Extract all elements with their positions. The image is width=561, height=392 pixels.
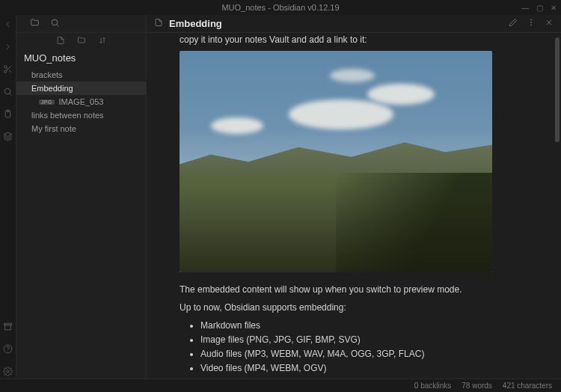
status-backlinks[interactable]: 0 backlinks [414,382,451,390]
new-folder-icon[interactable] [77,36,86,47]
scrollbar-track[interactable] [555,37,560,374]
file-icon [154,18,163,29]
tree-item-label: brackets [31,70,63,79]
clipboard-icon[interactable] [3,109,13,121]
titlebar: MUO_notes - Obsidian v0.12.19 — ▢ ✕ [0,0,561,15]
sidebar-tabs [16,15,146,33]
svg-point-5 [4,88,10,94]
file-tree: bracketsEmbeddingJPGIMAGE_053links betwe… [16,68,146,135]
tree-item-links-between-notes[interactable]: links between notes [16,108,146,122]
supported-list: Markdown filesImage files (PNG, JPG, GIF… [200,319,539,379]
layers-icon[interactable] [3,132,13,144]
sidebar-actions [16,33,146,49]
editor-pane: Embedding copy it into your notes Vault … [147,15,561,379]
svg-line-16 [57,25,58,26]
supported-item: Audio files (MP3, WEBM, WAV, M4A, OGG, 3… [200,347,539,361]
search-tab-icon[interactable] [50,18,60,30]
tree-item-label: links between notes [31,111,104,120]
chevron-left-icon[interactable] [3,19,13,31]
svg-line-3 [9,70,11,73]
window-minimize[interactable]: — [521,4,529,12]
after-image-line-2: Up to now, Obsidian supports embedding: [180,301,539,314]
sort-icon[interactable] [98,36,107,47]
tab-close-icon[interactable] [545,18,554,29]
search-global-icon[interactable] [3,87,13,99]
folder-tab-icon[interactable] [30,18,40,30]
left-ribbon [0,15,16,379]
tree-item-brackets[interactable]: brackets [16,68,146,82]
after-image-line-1: The embedded content will show up when y… [180,283,539,296]
edit-pencil-icon[interactable] [509,18,518,29]
more-vertical-icon[interactable] [527,18,536,29]
tree-item-my-first-note[interactable]: My first note [16,122,146,135]
note-body[interactable]: copy it into your notes Vault and add a … [147,33,561,379]
supported-item: Image files (PNG, JPG, GIF, BMP, SVG) [200,333,539,346]
vault-name: MUO_notes [16,49,146,68]
svg-point-0 [4,66,7,68]
file-sidebar: MUO_notes bracketsEmbeddingJPGIMAGE_053l… [16,15,147,379]
file-badge: JPG [39,99,55,105]
svg-point-14 [7,370,9,373]
archive-icon[interactable] [3,322,13,334]
window-close[interactable]: ✕ [551,4,557,12]
window-controls: — ▢ ✕ [521,0,557,15]
svg-line-6 [10,94,11,95]
tree-item-label: Embedding [31,84,73,93]
svg-point-17 [531,19,532,20]
tab-header: Embedding [147,15,561,33]
status-chars: 421 characters [503,382,552,390]
supported-item: PDFs [200,376,539,379]
scissors-icon[interactable] [3,64,13,76]
chevron-right-icon[interactable] [3,42,13,54]
embedded-image [180,51,492,272]
supported-item: Video files (MP4, WEBM, OGV) [200,361,539,375]
tree-item-label: My first note [31,124,76,133]
scrollbar-thumb[interactable] [555,37,560,142]
intro-line: copy it into your notes Vault and add a … [180,33,539,46]
new-note-icon[interactable] [56,36,65,47]
tree-item-embedding[interactable]: Embedding [16,82,146,95]
svg-line-4 [6,67,7,69]
svg-rect-11 [5,325,11,330]
status-words: 78 words [462,382,492,390]
settings-gear-icon[interactable] [3,367,13,379]
svg-point-1 [4,70,7,73]
window-title: MUO_notes - Obsidian v0.12.19 [221,3,339,12]
tree-item-image-053[interactable]: JPGIMAGE_053 [16,95,146,108]
svg-point-15 [52,19,58,25]
help-icon[interactable] [3,344,13,356]
window-maximize[interactable]: ▢ [536,4,543,12]
svg-point-18 [531,22,532,23]
tree-item-label: IMAGE_053 [59,97,104,106]
svg-marker-9 [4,132,12,136]
status-bar: 0 backlinks 78 words 421 characters [0,379,561,392]
tab-title: Embedding [169,18,222,29]
svg-point-19 [531,25,532,25]
supported-item: Markdown files [200,319,539,332]
